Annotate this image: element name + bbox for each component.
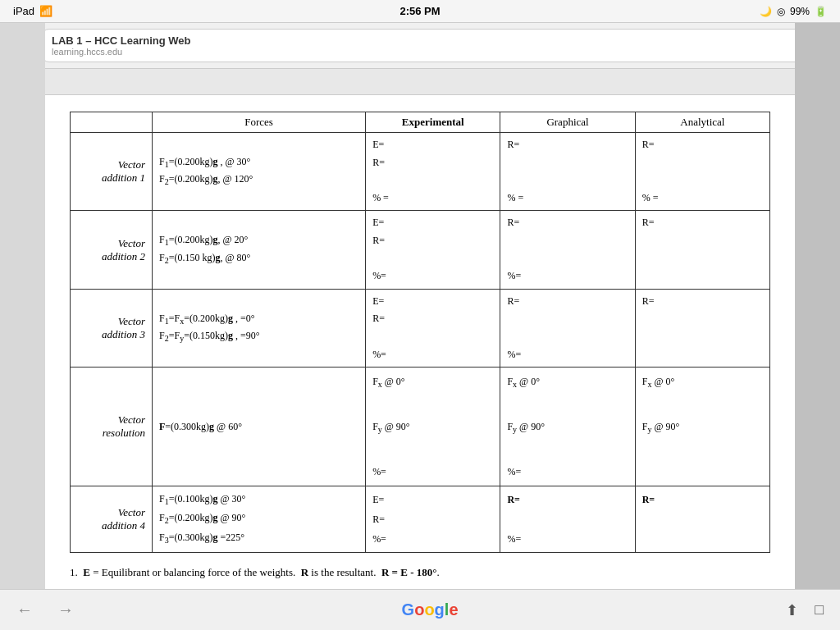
forces-cell-1: F1=(0.200kg)g , @ 30° F2=(0.200kg)g, @ 1… [153, 133, 366, 211]
exp-cell-5: E= R= %= [366, 486, 500, 553]
footnote: 1. E = Equilibrant or balancing force of… [70, 566, 770, 579]
header-analytical: Analytical [635, 112, 769, 133]
status-bar: iPad 📶 2:56 PM 🌙 ◎ 99% 🔋 [0, 0, 840, 23]
exp-cell-4: Fx @ 0° Fy @ 90° %= [366, 368, 500, 486]
battery-icon: 🔋 [815, 6, 827, 17]
content-area: Forces Experimental Graphical Analytical… [45, 95, 795, 589]
status-left: iPad 📶 [13, 5, 52, 17]
graph-cell-2: R= %= [500, 211, 635, 289]
anal-cell-3: R= [635, 289, 769, 367]
time-display: 2:56 PM [399, 5, 440, 17]
page-title: LAB 1 – HCC Learning Web [52, 34, 819, 47]
device-label: iPad [13, 5, 34, 17]
forces-cell-4: F=(0.300kg)g @ 60° [153, 368, 366, 486]
graph-cell-5: R= %= [500, 486, 635, 553]
forces-cell-3: F1=Fx=(0.200kg)g , =0° F2=Fy=(0.150kg)g … [153, 289, 366, 367]
toolbar-strip [0, 69, 840, 95]
exp-cell-1: E= R= % = [366, 133, 500, 211]
table-row: Vectoraddition 4 F1=(0.100kg)g @ 30° F2=… [71, 486, 770, 553]
battery-label: 99% [790, 6, 810, 17]
header-forces: Forces [153, 112, 366, 133]
anal-cell-1: R= % = [635, 133, 769, 211]
row-label-4: Vectorresolution [71, 368, 153, 486]
table-row: Vectoraddition 2 F1=(0.200kg)g, @ 20° F2… [71, 211, 770, 289]
lab-table: Forces Experimental Graphical Analytical… [70, 112, 770, 553]
moon-icon: 🌙 [760, 6, 772, 17]
header-experimental: Experimental [366, 112, 500, 133]
wifi-icon: 📶 [39, 5, 52, 17]
exp-cell-2: E= R= %= [366, 211, 500, 289]
forces-cell-2: F1=(0.200kg)g, @ 20° F2=(0.150 kg)g, @ 8… [153, 211, 366, 289]
table-row: Vectoraddition 3 F1=Fx=(0.200kg)g , =0° … [71, 289, 770, 367]
address-bar[interactable]: LAB 1 – HCC Learning Web learning.hccs.e… [41, 29, 830, 62]
forces-cell-5: F1=(0.100kg)g @ 30° F2=(0.200kg)g @ 90° … [153, 486, 366, 553]
side-right-panel [795, 23, 840, 589]
back-nav-button[interactable]: ← [16, 600, 33, 619]
row-label-2: Vectoraddition 2 [71, 211, 153, 289]
exp-cell-3: E= R= %= [366, 289, 500, 367]
graph-cell-3: R= %= [500, 289, 635, 367]
page-url: learning.hccs.edu [52, 47, 819, 57]
row-label-3: Vectoraddition 3 [71, 289, 153, 367]
bottom-bar: ← → Google ⬆ □ [0, 589, 840, 630]
table-header-row: Forces Experimental Graphical Analytical [71, 112, 770, 133]
side-left-panel [0, 23, 45, 589]
row-label-1: Vectoraddition 1 [71, 133, 153, 211]
location-icon: ◎ [777, 6, 785, 17]
tabs-icon[interactable]: □ [815, 601, 824, 619]
bottom-nav: ← → [16, 600, 74, 619]
table-row: Vectorresolution F=(0.300kg)g @ 60° Fx @… [71, 368, 770, 486]
g-yellow: o [424, 600, 434, 619]
bottom-right-icons: ⬆ □ [786, 601, 824, 619]
anal-cell-5: R= [635, 486, 769, 553]
graph-cell-1: R= % = [500, 133, 635, 211]
anal-cell-2: R= [635, 211, 769, 289]
header-empty [71, 112, 153, 133]
row-label-5: Vectoraddition 4 [71, 486, 153, 553]
anal-cell-4: Fx @ 0° Fy @ 90° [635, 368, 769, 486]
g-red: o [414, 600, 424, 619]
forward-nav-button[interactable]: → [57, 600, 74, 619]
status-right: 🌙 ◎ 99% 🔋 [760, 6, 827, 17]
g-blue: G [402, 600, 415, 619]
google-logo: Google [402, 600, 459, 619]
g-red2: e [449, 600, 458, 619]
graph-cell-4: Fx @ 0° Fy @ 90° %= [500, 368, 635, 486]
g-blue2: g [435, 600, 445, 619]
table-row: Vectoraddition 1 F1=(0.200kg)g , @ 30° F… [71, 133, 770, 211]
header-graphical: Graphical [500, 112, 635, 133]
share-icon[interactable]: ⬆ [786, 601, 798, 619]
browser-bar: < LAB 1 – HCC Learning Web learning.hccs… [0, 23, 840, 69]
